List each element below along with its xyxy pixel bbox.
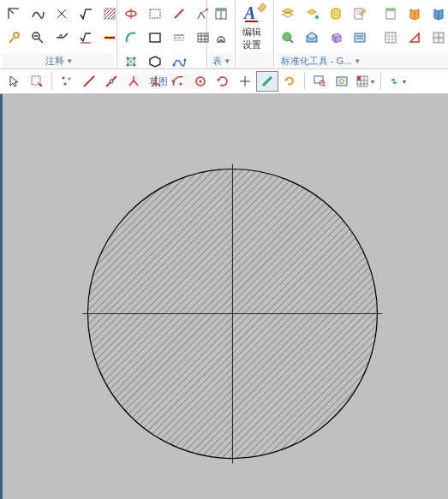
select-midpoint-icon[interactable] xyxy=(100,71,122,92)
zoom-out-icon[interactable] xyxy=(27,27,49,49)
chevron-down-icon: ▾ xyxy=(403,78,406,86)
weld-symbol-icon[interactable] xyxy=(51,27,73,49)
edit-settings-button[interactable]: A 编辑设置 xyxy=(237,2,272,53)
surface-finish-icon[interactable] xyxy=(427,27,448,49)
grid-dropdown[interactable]: ▾ xyxy=(353,71,377,92)
cylinder-icon[interactable] xyxy=(325,3,347,25)
group-annotate: 注释 ▾ xyxy=(0,0,117,68)
svg-rect-89 xyxy=(314,76,323,83)
group-stdtools: 标准化工具 - G... ▾ xyxy=(274,0,448,68)
svg-line-77 xyxy=(84,76,94,86)
select-branch-icon[interactable] xyxy=(122,71,145,92)
group-table-label[interactable]: 表 ▾ xyxy=(209,53,233,68)
edit-settings-label: 编辑设置 xyxy=(242,26,266,51)
layers-yellow-icon[interactable] xyxy=(277,3,299,25)
svg-marker-41 xyxy=(283,9,293,14)
screenshot-icon[interactable] xyxy=(331,71,353,92)
toolbar-separator xyxy=(304,73,305,90)
select-snap-cross-icon[interactable] xyxy=(234,71,256,92)
group-editset-body: A 编辑设置 xyxy=(237,0,272,53)
selection-toolbar: ▾ ▾ xyxy=(0,69,448,94)
svg-marker-52 xyxy=(336,36,341,43)
svg-point-0 xyxy=(14,33,19,38)
book-blue-icon[interactable] xyxy=(427,3,448,25)
table-window-icon[interactable] xyxy=(210,3,232,25)
refresh-gold-icon[interactable] xyxy=(278,71,301,92)
rect-dashed-icon[interactable] xyxy=(144,3,166,25)
select-points-icon[interactable] xyxy=(56,71,78,92)
slash-right-icon[interactable] xyxy=(168,3,190,25)
zoom-window-icon[interactable] xyxy=(308,71,331,92)
rect-solid-icon[interactable] xyxy=(144,27,166,49)
ribbon: 注释 ▾ xyxy=(0,0,448,69)
select-arc-center-icon[interactable] xyxy=(167,71,189,92)
select-circle-target-icon[interactable] xyxy=(189,71,212,92)
book-orange-icon[interactable] xyxy=(403,3,426,25)
ruler-grid-icon[interactable] xyxy=(379,27,402,49)
corner-note-icon[interactable] xyxy=(3,3,25,25)
group-editset: A 编辑设置 xyxy=(236,0,274,68)
drawing-canvas[interactable] xyxy=(0,94,448,499)
omega-symbol-icon[interactable] xyxy=(210,27,232,49)
group-sketch-body xyxy=(119,0,205,74)
link-dropdown[interactable]: ▾ xyxy=(385,71,409,92)
triangle-tool-icon[interactable] xyxy=(403,27,426,49)
select-perpendicular-icon[interactable] xyxy=(145,71,167,92)
svg-line-2 xyxy=(39,39,43,43)
page-green-icon[interactable] xyxy=(379,3,402,25)
drawing-svg xyxy=(9,99,448,498)
group-editset-pad xyxy=(237,53,272,68)
svg-point-28 xyxy=(173,64,176,67)
spline-points-icon[interactable] xyxy=(168,50,190,73)
svg-text:A: A xyxy=(242,3,255,22)
group-stdtools-text: 标准化工具 - G... xyxy=(281,53,352,68)
revolve-red-icon[interactable] xyxy=(120,3,142,25)
sqrt-icon[interactable] xyxy=(75,3,97,25)
globe-wrench-icon[interactable] xyxy=(277,27,299,49)
chevron-down-icon: ▾ xyxy=(225,53,230,68)
stack-plus-icon[interactable] xyxy=(301,3,323,25)
home-3d-icon[interactable] xyxy=(301,27,323,49)
arc-green-icon[interactable] xyxy=(120,27,142,49)
doc-pencil-icon[interactable] xyxy=(349,3,371,25)
svg-point-83 xyxy=(200,80,202,83)
cube-3d-icon[interactable] xyxy=(325,27,347,49)
group-table: 表 ▾ xyxy=(207,0,236,68)
group-sketch: 草图 ▾ xyxy=(117,0,207,68)
svg-rect-56 xyxy=(355,33,365,42)
toolbar-separator xyxy=(51,73,52,90)
spline-icon[interactable] xyxy=(27,3,49,25)
dash-multi-icon[interactable] xyxy=(168,27,190,49)
svg-rect-99 xyxy=(357,76,361,80)
cross-section-icon[interactable] xyxy=(51,3,73,25)
group-annotate-text: 注释 xyxy=(45,53,64,68)
svg-rect-61 xyxy=(385,33,396,43)
balloon-leader-icon[interactable] xyxy=(3,27,25,49)
svg-rect-21 xyxy=(150,9,160,18)
svg-line-91 xyxy=(324,85,326,86)
chevron-down-icon: ▾ xyxy=(371,78,374,86)
svg-point-29 xyxy=(184,59,187,62)
select-highlight-icon[interactable] xyxy=(256,71,278,92)
chevron-down-icon: ▾ xyxy=(355,53,360,68)
svg-point-74 xyxy=(63,77,65,80)
svg-line-12 xyxy=(108,12,115,19)
pointer-icon[interactable] xyxy=(3,71,26,92)
svg-line-10 xyxy=(105,9,111,15)
select-rotate-icon[interactable] xyxy=(212,71,234,92)
hexagon-icon[interactable] xyxy=(144,50,166,73)
nodes-icon[interactable] xyxy=(120,50,142,73)
svg-line-24 xyxy=(175,9,183,18)
svg-point-79 xyxy=(110,80,113,83)
sqrt-underline-icon[interactable] xyxy=(75,27,97,49)
edit-settings-icon: A xyxy=(242,3,266,24)
svg-rect-92 xyxy=(337,77,347,86)
svg-rect-22 xyxy=(150,33,160,42)
group-stdtools-label[interactable]: 标准化工具 - G... ▾ xyxy=(276,53,448,68)
svg-rect-60 xyxy=(386,9,395,11)
blueprint-icon[interactable] xyxy=(349,27,371,49)
select-edge-icon[interactable] xyxy=(78,71,100,92)
group-annotate-label[interactable]: 注释 ▾ xyxy=(2,53,115,68)
group-table-text: 表 xyxy=(212,53,222,68)
select-box-icon[interactable] xyxy=(26,71,48,92)
